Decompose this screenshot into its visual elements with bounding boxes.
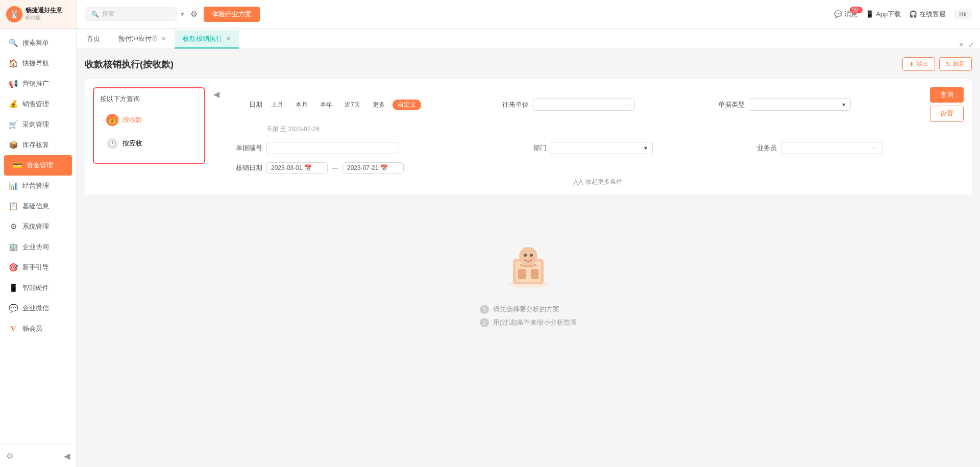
filter-left: 按以下方查询 💰 按收款 🕐 按应收 <box>93 87 205 186</box>
dept-field: 部门 ▾ <box>516 142 733 154</box>
export-button[interactable]: ⬆ 导出 <box>902 57 935 71</box>
sidebar-item-system[interactable]: ⚙ 系统管理 <box>0 216 76 237</box>
last-month-btn[interactable]: 上月 <box>266 99 288 111</box>
member-icon: V <box>8 324 18 334</box>
date-field: 日期 上月 本月 本年 近7天 更多 自定义 <box>232 99 486 111</box>
sidebar-item-search[interactable]: 🔍 搜索菜单 <box>0 33 76 53</box>
by-receivable-label: 按应收 <box>122 139 142 148</box>
filter-row-1: 日期 上月 本月 本年 近7天 更多 自定义 <box>232 87 964 122</box>
more-date-btn[interactable]: 更多 <box>368 99 389 111</box>
page-content: 收款核销执行(按收款) ⬆ 导出 ↻ 刷新 按以下方查询 <box>77 49 980 467</box>
staff-label: 业务员 <box>746 143 777 153</box>
doc-type-label: 单据类型 <box>714 100 745 109</box>
tab-home[interactable]: 首页 <box>77 30 110 48</box>
tip-text-1: 请先选择要分析的方案 <box>493 303 559 316</box>
sidebar-item-basic[interactable]: 📋 基础信息 <box>0 196 76 216</box>
sidebar-item-operation[interactable]: 📊 经营管理 <box>0 176 76 196</box>
filter-area: 按以下方查询 💰 按收款 🕐 按应收 ◀ <box>85 79 972 194</box>
collapse-more-row: ⋀⋀ 收起更多条件 <box>232 178 964 186</box>
sidebar-item-finance[interactable]: 💳 资金管理 <box>4 155 72 176</box>
sidebar-item-sales[interactable]: 💰 销售管理 <box>0 94 76 114</box>
message-button[interactable]: 💬 消息 99+ <box>834 10 857 19</box>
query-button[interactable]: 查询 <box>930 87 964 103</box>
sidebar-item-hardware[interactable]: 📱 智能硬件 <box>0 278 76 298</box>
doc-type-field: 单据类型 ▾ <box>714 99 918 111</box>
filter-query-by-receivable[interactable]: 🕐 按应收 <box>100 133 198 154</box>
sidebar-item-purchase[interactable]: 🛒 采购管理 <box>0 114 76 135</box>
tab-prepay-close-icon[interactable]: ✕ <box>161 35 166 42</box>
page-actions: ⬆ 导出 ↻ 刷新 <box>902 57 972 71</box>
doc-no-label: 单据编号 <box>232 143 262 153</box>
online-service-button[interactable]: 🎧 在线客服 <box>909 10 946 19</box>
receipt-icon: 💰 <box>106 114 118 126</box>
verif-date-end-input[interactable]: 2023-07-21 📅 <box>342 162 404 174</box>
verif-date-start-input[interactable]: 2023-03-01 📅 <box>266 162 328 174</box>
operation-icon: 📊 <box>8 181 18 191</box>
settings-gear-icon[interactable]: ⚙ <box>6 451 13 461</box>
tab-prepay[interactable]: 预付冲应付单 ✕ <box>110 30 175 48</box>
search-box[interactable]: 🔍 搜索 <box>85 7 177 21</box>
filter-row-3: 核销日期 2023-03-01 📅 — 2023-07-21 <box>232 162 964 174</box>
app-download-button[interactable]: 📱 App下载 <box>866 10 901 19</box>
refresh-button[interactable]: ↻ 刷新 <box>939 57 972 71</box>
sidebar-item-corp[interactable]: 🏢 企业协同 <box>0 237 76 257</box>
staff-select[interactable]: ··· <box>781 142 883 154</box>
basic-icon: 📋 <box>8 201 18 211</box>
staff-placeholder: ··· <box>872 144 877 152</box>
counterparty-select[interactable]: ··· <box>533 99 635 111</box>
doc-no-input[interactable] <box>266 142 399 154</box>
service-label: 在线客服 <box>919 10 946 19</box>
this-year-btn[interactable]: 本年 <box>315 99 337 111</box>
close-all-icon[interactable]: ✕ <box>959 41 964 48</box>
inventory-icon: 📦 <box>8 140 18 150</box>
sidebar-item-quicknav[interactable]: 🏠 快捷导航 <box>0 53 76 73</box>
dept-select[interactable]: ▾ <box>551 142 653 154</box>
filter-collapse-button[interactable]: ◀ <box>213 89 219 99</box>
system-icon: ⚙ <box>8 222 18 232</box>
sidebar-item-label: 经营管理 <box>22 181 49 190</box>
svg-rect-6 <box>518 269 526 279</box>
sidebar-collapse-icon[interactable]: ◀ <box>64 451 70 461</box>
sidebar-item-label: 库存核算 <box>22 140 49 150</box>
sidebar-item-wechat[interactable]: 💬 企业微信 <box>0 298 76 318</box>
doc-no-field: 单据编号 <box>232 142 504 154</box>
sidebar-item-inventory[interactable]: 📦 库存核算 <box>0 135 76 155</box>
sidebar-item-label: 系统管理 <box>22 222 49 231</box>
tab-collection[interactable]: 收款核销执行 ✕ <box>175 30 239 48</box>
wechat-icon: 💬 <box>8 303 18 313</box>
sidebar-menu: 🔍 搜索菜单 🏠 快捷导航 📢 营销推广 💰 销售管理 🛒 采购管理 📦 库存核… <box>0 29 76 445</box>
sidebar-item-guide[interactable]: 🎯 新手引导 <box>0 257 76 278</box>
date-separator: — <box>332 164 338 172</box>
sidebar-item-member[interactable]: V 畅会员 <box>0 318 76 339</box>
solution-button[interactable]: 体验行业方案 <box>204 7 260 22</box>
date-nolimit-area: 不限 至 2023-07-26 <box>232 125 964 134</box>
svg-point-4 <box>524 254 527 257</box>
filter-query-title: 按以下方查询 <box>100 94 198 104</box>
expand-icon[interactable]: ⤢ <box>968 41 974 48</box>
collapse-more-button[interactable]: ⋀⋀ 收起更多条件 <box>573 178 622 186</box>
doc-type-select[interactable]: ▾ <box>749 99 851 111</box>
dropdown-arrow-icon[interactable]: ▾ <box>181 10 184 18</box>
custom-date-btn[interactable]: 自定义 <box>393 100 421 110</box>
filter-query-by-receipt[interactable]: 💰 按收款 <box>100 110 198 130</box>
receivable-icon: 🕐 <box>106 137 118 150</box>
sidebar-item-label: 智能硬件 <box>22 283 49 292</box>
app-icon: 📱 <box>866 10 874 18</box>
this-month-btn[interactable]: 本月 <box>291 99 312 111</box>
setting-button[interactable]: 设置 <box>930 106 964 122</box>
guide-icon: 🎯 <box>8 262 18 273</box>
topbar-gear-icon[interactable]: ⚙ <box>190 9 198 19</box>
last-7days-btn[interactable]: 近7天 <box>340 99 365 111</box>
sidebar-bottom: ⚙ ◀ <box>0 445 76 467</box>
tab-collection-close-icon[interactable]: ✕ <box>226 35 231 42</box>
page-title: 收款核销执行(按收款) <box>85 58 174 70</box>
verif-date-field: 核销日期 2023-03-01 📅 — 2023-07-21 <box>232 162 964 174</box>
tabs-bar: 首页 预付冲应付单 ✕ 收款核销执行 ✕ ✕ ⤢ <box>77 29 980 49</box>
tabs-right-actions: ✕ ⤢ <box>959 41 980 48</box>
empty-tips: 1 请先选择要分析的方案 2 用[过滤]条件来缩小分析范围 <box>480 303 576 329</box>
sidebar-item-label: 营销推广 <box>22 79 49 88</box>
filter-collapse-area: ◀ <box>213 87 224 186</box>
user-profile[interactable]: Rit <box>954 9 972 19</box>
tip-item-2: 2 用[过滤]条件来缩小分析范围 <box>480 316 576 329</box>
sidebar-item-marketing[interactable]: 📢 营销推广 <box>0 73 76 94</box>
